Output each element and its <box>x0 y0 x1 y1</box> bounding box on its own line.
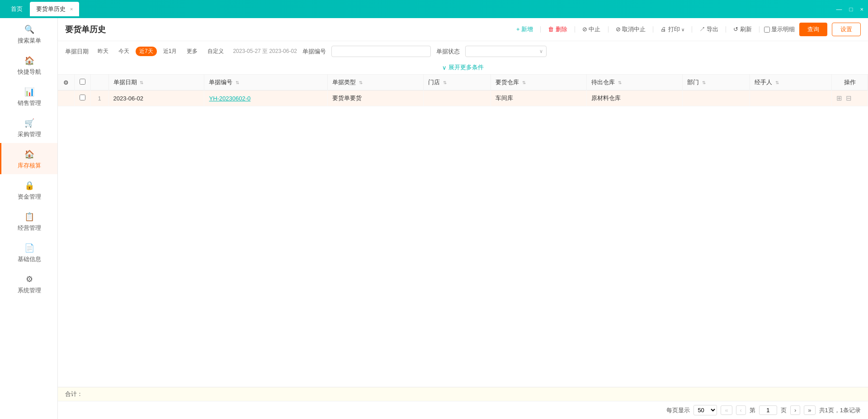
total-label: 合计： <box>65 390 83 398</box>
action-icons: ⊞ ⊟ <box>836 94 863 102</box>
query-button[interactable]: 查询 <box>799 23 827 36</box>
td-store <box>424 90 491 106</box>
th-handler[interactable]: 经手人 ⇅ <box>750 75 832 90</box>
status-select[interactable]: 全部 待审核 已审核 已中止 <box>465 46 547 57</box>
basic-info-icon: 📄 <box>24 243 34 253</box>
sidebar-item-basic-info[interactable]: 📄 基础信息 <box>0 237 57 268</box>
inventory-calc-icon: 🏠 <box>24 149 34 159</box>
sidebar-item-capital-mgmt[interactable]: 🔒 资金管理 <box>0 174 57 205</box>
th-req-warehouse-sort-icon: ⇅ <box>522 80 526 85</box>
date-filter-label: 单据日期 <box>65 48 89 56</box>
page-label: 第 <box>750 406 755 414</box>
table-wrap: ⚙ 单据日期 ⇅ 单据编号 ⇅ <box>58 75 868 387</box>
delete-button[interactable]: 🗑 删除 <box>545 24 570 34</box>
refresh-button[interactable]: ↺ 刷新 <box>731 24 755 34</box>
next-page-button[interactable]: › <box>790 405 800 415</box>
sidebar-item-basic-info-label: 基础信息 <box>18 255 41 263</box>
th-check <box>74 75 90 90</box>
per-page-select[interactable]: 20 50 100 <box>693 405 717 415</box>
shortcut-custom[interactable]: 自定义 <box>204 47 227 56</box>
new-button[interactable]: + 新增 <box>514 24 536 34</box>
th-settings[interactable]: ⚙ <box>58 75 74 90</box>
shortcut-7days[interactable]: 近7天 <box>136 47 157 56</box>
th-date[interactable]: 单据日期 ⇅ <box>108 75 204 90</box>
sidebar-item-sys-mgmt-label: 系统管理 <box>18 286 41 295</box>
th-dept[interactable]: 部门 ⇅ <box>683 75 750 90</box>
filter-row-1: 单据日期 昨天 今天 近7天 近1月 更多 自定义 2023-05-27 至 2… <box>65 46 861 61</box>
home-tab[interactable]: 首页 <box>5 2 29 16</box>
td-check[interactable] <box>74 90 90 106</box>
capital-mgmt-icon: 🔒 <box>24 181 34 190</box>
sidebar-item-inventory-calc[interactable]: 🏠 库存核算 <box>0 143 57 174</box>
ops-mgmt-icon: 📋 <box>24 212 34 222</box>
toolbar: + 新增 🗑 删除 ⊘ 中止 ⊘ 取消中止 🖨 打印 ∨ ↗ 导出 ↺ 刷新 <box>514 23 861 36</box>
date-filter: 昨天 今天 近7天 近1月 更多 自定义 <box>94 47 227 56</box>
td-req-warehouse: 车间库 <box>491 90 587 106</box>
active-tab-label: 要货单历史 <box>36 5 66 13</box>
th-no[interactable]: 单据编号 ⇅ <box>204 75 328 90</box>
last-page-button[interactable]: » <box>804 405 815 415</box>
cancel-stop-button[interactable]: ⊘ 取消中止 <box>613 24 649 34</box>
table-row: 1 2023-06-02 YH-20230602-0 要货单要货 车间库 原材料… <box>58 90 868 106</box>
td-settings <box>58 90 74 106</box>
close-tab-icon[interactable]: × <box>70 6 73 12</box>
quick-nav-icon: 🏠 <box>24 56 34 66</box>
show-detail-toggle[interactable]: 显示明细 <box>764 25 795 33</box>
edit-icon[interactable]: ⊞ <box>836 94 842 102</box>
th-pending-warehouse[interactable]: 待出仓库 ⇅ <box>587 75 683 90</box>
sidebar-item-inventory-calc-label: 库存核算 <box>18 162 41 170</box>
th-req-warehouse[interactable]: 要货仓库 ⇅ <box>491 75 587 90</box>
minimize-icon[interactable]: — <box>836 6 842 13</box>
shortcut-yesterday[interactable]: 昨天 <box>94 47 112 56</box>
table-header-row: ⚙ 单据日期 ⇅ 单据编号 ⇅ <box>58 75 868 90</box>
shortcut-today[interactable]: 今天 <box>115 47 133 56</box>
shortcut-more[interactable]: 更多 <box>183 47 201 56</box>
print-button[interactable]: 🖨 打印 ∨ <box>658 24 687 34</box>
order-no-input[interactable] <box>331 46 431 57</box>
status-select-wrap: 全部 待审核 已审核 已中止 ∨ <box>465 46 547 57</box>
th-pending-warehouse-label: 待出仓库 <box>591 79 615 86</box>
th-store[interactable]: 门店 ⇅ <box>424 75 491 90</box>
stop-button[interactable]: ⊘ 中止 <box>580 24 604 34</box>
sidebar-item-search-menu[interactable]: 🔍 搜索菜单 <box>0 18 57 49</box>
sidebar-item-quick-nav[interactable]: 🏠 快捷导航 <box>0 49 57 81</box>
th-action: 操作 <box>832 75 868 90</box>
td-num: 1 <box>90 90 108 106</box>
order-no-link[interactable]: YH-20230602-0 <box>209 95 250 102</box>
filter-area: 单据日期 昨天 今天 近7天 近1月 更多 自定义 2023-05-27 至 2… <box>58 41 868 75</box>
close-window-icon[interactable]: × <box>860 6 863 13</box>
sys-mgmt-icon: ⚙ <box>26 274 33 284</box>
td-type: 要货单要货 <box>328 90 424 106</box>
th-dept-sort-icon: ⇅ <box>702 80 706 85</box>
sidebar: 🔍 搜索菜单 🏠 快捷导航 📊 销售管理 🛒 采购管理 🏠 库存核算 🔒 资金管… <box>0 18 58 419</box>
expand-more-icon: ∨ <box>442 64 447 71</box>
select-all-checkbox[interactable] <box>80 79 85 85</box>
export-button[interactable]: ↗ 导出 <box>697 24 722 34</box>
maximize-icon[interactable]: □ <box>849 6 853 13</box>
th-no-sort-icon: ⇅ <box>236 80 239 85</box>
main-content: 要货单历史 + 新增 🗑 删除 ⊘ 中止 ⊘ 取消中止 🖨 打印 ∨ ↗ 导出 … <box>58 18 868 419</box>
first-page-button[interactable]: « <box>721 405 732 415</box>
sidebar-item-sys-mgmt[interactable]: ⚙ 系统管理 <box>0 268 57 299</box>
expand-more-button[interactable]: ∨ 展开更多条件 <box>65 61 861 74</box>
td-action: ⊞ ⊟ <box>832 90 868 106</box>
per-page-label: 每页显示 <box>666 406 690 414</box>
prev-page-button[interactable]: ‹ <box>736 405 746 415</box>
sidebar-item-sales-mgmt[interactable]: 📊 销售管理 <box>0 81 57 112</box>
th-no-label: 单据编号 <box>209 79 232 86</box>
td-no[interactable]: YH-20230602-0 <box>204 90 328 106</box>
page-end-label: 页 <box>781 406 787 414</box>
date-range-display: 2023-05-27 至 2023-06-02 <box>233 48 297 55</box>
page-input[interactable] <box>759 405 777 415</box>
print-chevron-icon: ∨ <box>681 27 684 32</box>
sidebar-item-purchase-mgmt[interactable]: 🛒 采购管理 <box>0 112 57 143</box>
active-tab[interactable]: 要货单历史 × <box>30 2 79 16</box>
sidebar-item-ops-mgmt[interactable]: 📋 经营管理 <box>0 205 57 237</box>
expand-more-label: 展开更多条件 <box>448 63 484 71</box>
shortcut-1month[interactable]: 近1月 <box>160 47 181 56</box>
row-checkbox[interactable] <box>80 95 85 100</box>
th-type[interactable]: 单据类型 ⇅ <box>328 75 424 90</box>
delete-row-icon[interactable]: ⊟ <box>846 94 852 102</box>
setting-button[interactable]: 设置 <box>832 23 861 36</box>
show-detail-checkbox[interactable] <box>764 27 770 33</box>
